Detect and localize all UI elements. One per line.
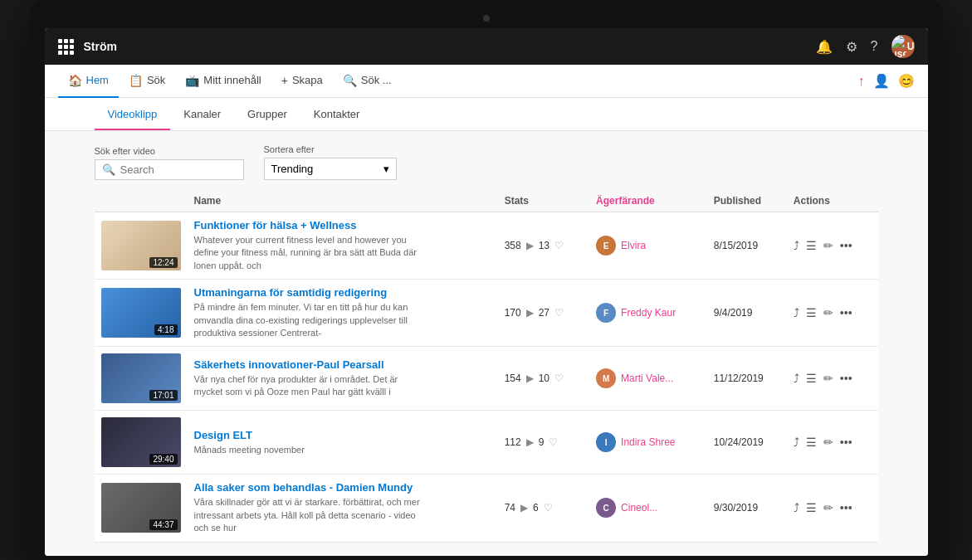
owner-cell: F Freddy Kaur (589, 280, 707, 347)
owner-avatar: E (596, 236, 616, 256)
owner-cell: C Cineol... (589, 475, 707, 542)
nav-item-sok[interactable]: 📋 Sök (119, 65, 175, 98)
actions-cell: ⤴ ☰ ✏ ••• (787, 280, 878, 347)
nav-item-home[interactable]: 🏠 Hem (58, 65, 119, 98)
col-thumb (95, 190, 188, 212)
table-header: Name Stats Ägerfärande Published Actions (95, 190, 878, 212)
bell-icon[interactable]: 🔔 (816, 39, 833, 55)
nav-item-mitt[interactable]: 📺 Mitt innehåll (175, 65, 271, 98)
owner-avatar: M (596, 368, 616, 388)
owner-name[interactable]: Elvira (621, 240, 646, 251)
content-area: Sök efter video 🔍 Sortera efter Trending… (45, 131, 928, 556)
nav-item-skapa[interactable]: + Skapa (271, 65, 333, 98)
thumb-cell: 17:01 (95, 347, 188, 411)
owner-name[interactable]: Freddy Kaur (621, 307, 676, 319)
view-count: 170 (505, 307, 521, 319)
view-count: 112 (505, 436, 521, 448)
video-thumbnail[interactable]: 4:18 (101, 288, 181, 338)
video-thumbnail[interactable]: 29:40 (101, 417, 181, 467)
video-description: Våra skillnader gör att vi är starkare. … (194, 496, 427, 534)
nav-home-label: Hem (86, 74, 109, 86)
video-description: På mindre än fem minuter. Vi tar en titt… (194, 301, 427, 339)
owner-name[interactable]: Indira Shree (621, 436, 675, 448)
top-bar: Ström 🔔 ⚙ ? U (45, 28, 928, 65)
stats-cell: 358 ▶ 13 ♡ (498, 212, 589, 280)
user-avatar[interactable]: U (891, 35, 915, 58)
video-duration: 44:37 (149, 519, 177, 530)
share-icon[interactable]: ⤴ (794, 372, 799, 385)
actions-row: ⤴ ☰ ✏ ••• (794, 436, 872, 449)
video-title[interactable]: Alla saker som behandlas - Damien Mundy (194, 481, 491, 494)
search-box[interactable]: 🔍 (95, 159, 244, 180)
edit-icon[interactable]: ✏ (823, 239, 833, 252)
help-icon[interactable]: ? (871, 39, 878, 54)
thumb-cell: 44:37 (95, 475, 188, 542)
published-date: 10/24/2019 (714, 436, 764, 448)
edit-icon[interactable]: ✏ (823, 501, 833, 514)
video-description: Månads meeting november (194, 444, 427, 456)
view-count: 154 (505, 373, 521, 384)
stats-cell: 170 ▶ 27 ♡ (498, 280, 589, 347)
menu-icon[interactable]: ☰ (806, 306, 817, 319)
video-thumbnail[interactable]: 12:24 (101, 221, 181, 270)
video-duration: 12:24 (149, 257, 177, 268)
more-icon[interactable]: ••• (840, 436, 852, 449)
screen: Ström 🔔 ⚙ ? U 🏠 Hem 📋 Sök 📺 (45, 28, 928, 556)
stats-row: 74 ▶ 6 ♡ (505, 502, 583, 514)
tab-kontakter-label: Kontakter (314, 108, 360, 120)
share-icon[interactable]: ⤴ (794, 501, 799, 514)
more-icon[interactable]: ••• (840, 372, 852, 385)
actions-cell: ⤴ ☰ ✏ ••• (787, 347, 878, 411)
video-thumbnail[interactable]: 44:37 (101, 483, 181, 533)
more-icon[interactable]: ••• (840, 239, 852, 252)
menu-icon[interactable]: ☰ (806, 239, 817, 252)
edit-icon[interactable]: ✏ (823, 372, 833, 385)
tab-grupper[interactable]: Grupper (234, 98, 300, 130)
owner-name[interactable]: Marti Vale... (621, 373, 673, 384)
video-title[interactable]: Design ELT (194, 429, 491, 441)
more-icon[interactable]: ••• (840, 306, 852, 319)
share-icon[interactable]: ⤴ (794, 239, 799, 252)
tab-kanaler[interactable]: Kanaler (170, 98, 234, 130)
video-title[interactable]: Utmaningarna för samtidig redigering (194, 286, 491, 299)
app-grid-icon[interactable] (58, 39, 74, 55)
play-icon: ▶ (526, 373, 534, 384)
more-icon[interactable]: ••• (840, 501, 852, 514)
heart-icon: ♡ (554, 373, 564, 384)
nav-item-sok2[interactable]: 🔍 Sök ... (333, 65, 402, 98)
share-icon[interactable]: ⤴ (794, 306, 799, 319)
menu-icon[interactable]: ☰ (806, 501, 817, 514)
stats-cell: 74 ▶ 6 ♡ (498, 475, 589, 542)
name-cell: Alla saker som behandlas - Damien Mundy … (188, 475, 498, 542)
share-icon[interactable]: ⤴ (794, 436, 799, 449)
edit-icon[interactable]: ✏ (823, 436, 833, 449)
owner-name[interactable]: Cineol... (621, 502, 657, 514)
tab-kontakter[interactable]: Kontakter (300, 98, 374, 130)
owner-info: E Elvira (596, 236, 701, 256)
view-count: 74 (505, 502, 515, 514)
tab-videoklipp[interactable]: Videoklipp (95, 98, 171, 130)
video-title[interactable]: Funktioner för hälsa + Wellness (194, 219, 491, 231)
video-thumbnail[interactable]: 17:01 (101, 353, 181, 403)
col-owner: Ägerfärande (589, 190, 707, 212)
edit-icon[interactable]: ✏ (823, 306, 833, 319)
owner-info: C Cineol... (596, 498, 701, 518)
sort-select[interactable]: Trending ▾ (264, 158, 397, 180)
nav-mitt-label: Mitt innehåll (203, 74, 261, 86)
stats-row: 154 ▶ 10 ♡ (505, 373, 583, 384)
emoji-icon[interactable]: 😊 (898, 73, 915, 89)
avatar-image (891, 35, 907, 58)
col-stats: Stats (498, 190, 589, 212)
search-filter-group: Sök efter video 🔍 (95, 146, 244, 180)
profile-icon[interactable]: 👤 (873, 73, 890, 89)
settings-icon[interactable]: ⚙ (846, 39, 857, 55)
menu-icon[interactable]: ☰ (806, 372, 817, 385)
actions-cell: ⤴ ☰ ✏ ••• (787, 475, 878, 542)
name-cell: Säkerhets innovationer-Paul Pearsall Vår… (188, 347, 498, 411)
nav-bar-right: ↑ 👤 😊 (858, 73, 915, 89)
play-icon: ▶ (520, 502, 528, 514)
video-title[interactable]: Säkerhets innovationer-Paul Pearsall (194, 358, 491, 371)
upload-icon[interactable]: ↑ (858, 74, 865, 89)
search-input[interactable] (120, 163, 237, 176)
menu-icon[interactable]: ☰ (806, 436, 817, 449)
